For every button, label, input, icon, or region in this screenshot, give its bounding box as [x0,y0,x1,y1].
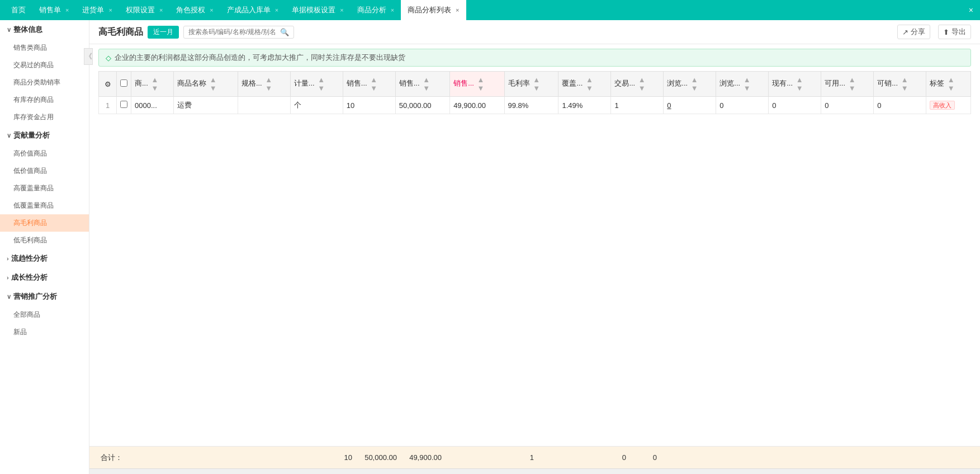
sidebar-item-sales-goods[interactable]: 销售类商品 [0,39,89,57]
col-code[interactable]: 商... ▲▼ [131,72,174,97]
sidebar-item-low-coverage[interactable]: 低覆盖量商品 [0,197,89,214]
search-input[interactable] [188,28,278,36]
col-code-sort: ▲▼ [151,76,158,92]
sidebar-group-trend[interactable]: › 流趋性分析 [0,249,89,268]
col-sales-cost[interactable]: 销售... ▲▼ [450,72,504,97]
col-browse1[interactable]: 浏览... ▲▼ [664,72,716,97]
col-sellable[interactable]: 可销... ▲▼ [874,72,926,97]
col-transaction-sort: ▲▼ [638,76,646,92]
row-checkbox[interactable] [120,101,127,108]
col-code-label: 商... [135,79,148,87]
footer-current-stock: 0 [599,451,629,464]
table-container[interactable]: ⚙ 商... ▲▼ 商品名称 ▲▼ [89,71,980,446]
nav-finished-label: 产成品入库单 [227,0,271,20]
footer-transaction: 1 [506,451,537,464]
col-sales-qty[interactable]: 销售... ▲▼ [343,72,395,97]
nav-template-close[interactable]: × [340,0,343,20]
col-browse2[interactable]: 浏览... ▲▼ [716,72,769,97]
col-browse2-label: 浏览... [719,79,740,87]
col-available[interactable]: 可用... ▲▼ [821,72,874,97]
banner-text: 企业的主要的利润都是这部分商品创造的，可考虑加大推广，同时关注库存是不要出现缺货 [115,53,405,63]
footer-sales-qty: 10 [325,451,356,464]
filter-last-month-button[interactable]: 近一月 [148,26,179,39]
nav-template-settings[interactable]: 单据模板设置 × [285,0,350,20]
nav-analysis-close[interactable]: × [391,0,394,20]
footer-available: 0 [629,451,660,464]
sidebar-item-category-rate[interactable]: 商品分类助销率 [0,74,89,91]
sidebar-item-traded-goods[interactable]: 交易过的商品 [0,57,89,74]
export-button[interactable]: ⬆ 导出 [938,25,971,39]
nav-roles[interactable]: 角色授权 × [169,0,220,20]
col-coverage-sort: ▲▼ [586,76,593,92]
nav-finished-goods[interactable]: 产成品入库单 × [220,0,285,20]
sidebar-group-overall[interactable]: ∨ 整体信息 [0,20,89,39]
info-banner: ◇ 企业的主要的利润都是这部分商品创造的，可考虑加大推广，同时关注库存是不要出现… [98,49,971,67]
col-unit-label: 计量... [294,79,315,87]
sidebar-item-high-value[interactable]: 高价值商品 [0,145,89,162]
row-browse1[interactable]: 0 [664,97,716,114]
col-sales-amount[interactable]: 销售... ▲▼ [395,72,449,97]
nav-analysis-list[interactable]: 商品分析列表 × [401,0,466,20]
sidebar-item-all-goods[interactable]: 全部商品 [0,306,89,323]
share-button[interactable]: ↗ 分享 [897,25,930,39]
sidebar-group-growth-label: 成长性分析 [11,273,48,283]
col-unit[interactable]: 计量... ▲▼ [290,72,343,97]
sidebar-item-low-value[interactable]: 低价值商品 [0,162,89,180]
col-current-stock[interactable]: 现有... ▲▼ [769,72,821,97]
col-transaction-label: 交易... [614,79,635,87]
nav-purchase-close[interactable]: × [108,0,112,20]
col-coverage[interactable]: 覆盖... ▲▼ [558,72,611,97]
collapse-arrow-icon: 《 [85,51,92,62]
nav-finished-close[interactable]: × [275,0,278,20]
row-current-stock: 0 [769,97,821,114]
footer-empty1 [188,456,216,460]
nav-purchase-order[interactable]: 进货单 × [75,0,119,20]
top-navigation: 首页 销售单 × 进货单 × 权限设置 × 角色授权 × 产成品入库单 × 单据… [0,0,980,20]
nav-sales-label: 销售单 [39,0,61,20]
col-name[interactable]: 商品名称 ▲▼ [174,72,238,97]
nav-product-analysis[interactable]: 商品分析 × [351,0,401,20]
nav-roles-label: 角色授权 [176,0,205,20]
row-spec [238,97,290,114]
col-sellable-label: 可销... [877,79,898,87]
bottom-scrollbar[interactable] [89,468,980,474]
search-icon[interactable]: 🔍 [280,28,289,36]
col-sales-amount-sort: ▲▼ [423,76,430,92]
col-gross-margin[interactable]: 毛利率 ▲▼ [504,72,558,97]
sidebar-item-stock-funds[interactable]: 库存资金占用 [0,109,89,126]
sidebar-collapse-button[interactable]: 《 [84,48,93,65]
sidebar-item-in-stock[interactable]: 有库存的商品 [0,91,89,109]
nav-analysis-list-close[interactable]: × [456,0,459,20]
row-num: 1 [99,97,117,114]
sidebar-item-high-margin[interactable]: 高毛利商品 [0,214,89,232]
col-tag[interactable]: 标签 ▲▼ [926,72,971,97]
nav-roles-close[interactable]: × [210,0,213,20]
nav-sales-order[interactable]: 销售单 × [32,0,75,20]
nav-template-label: 单据模板设置 [292,0,335,20]
sidebar-group-contribution[interactable]: ∨ 贡献量分析 [0,126,89,145]
col-transaction[interactable]: 交易... ▲▼ [611,72,664,97]
content-header: 高毛利商品 近一月 🔍 ↗ 分享 ⬆ 导出 [89,20,980,44]
window-close-icon[interactable]: × [969,6,973,15]
col-spec[interactable]: 规格... ▲▼ [238,72,290,97]
col-available-label: 可用... [825,79,845,87]
col-settings[interactable]: ⚙ [99,72,117,97]
settings-icon[interactable]: ⚙ [105,80,111,88]
sidebar-item-low-margin[interactable]: 低毛利商品 [0,232,89,249]
col-unit-sort: ▲▼ [318,76,325,92]
sidebar-group-growth[interactable]: › 成长性分析 [0,268,89,287]
nav-permissions[interactable]: 权限设置 × [119,0,169,20]
nav-sales-close[interactable]: × [65,0,69,20]
footer-empty8 [568,456,599,460]
nav-permissions-close[interactable]: × [159,0,163,20]
sidebar-group-overall-label: 整体信息 [13,25,42,35]
col-gross-margin-label: 毛利率 [508,79,530,87]
select-all-checkbox[interactable] [120,79,127,87]
content-area: 高毛利商品 近一月 🔍 ↗ 分享 ⬆ 导出 ◇ 企业的主要的利润都是这部分商品创… [89,20,980,474]
sidebar-item-new-goods[interactable]: 新品 [0,323,89,341]
sidebar-item-high-coverage[interactable]: 高覆盖量商品 [0,180,89,197]
sidebar-group-contribution-label: 贡献量分析 [13,130,50,140]
nav-home[interactable]: 首页 [4,0,32,20]
growth-expand-icon: › [7,274,9,281]
sidebar-group-marketing[interactable]: ∨ 营销推广分析 [0,287,89,306]
